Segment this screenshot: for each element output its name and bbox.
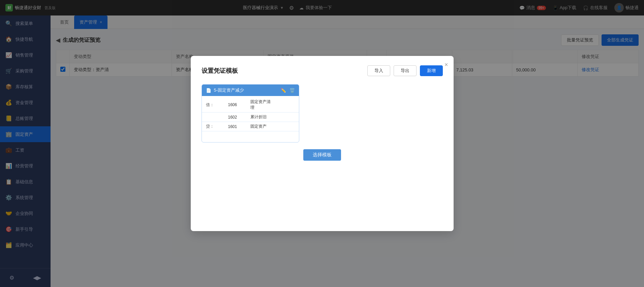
modal-header: 设置凭证模板 导入 导出 新增 xyxy=(202,65,443,76)
template-edit-icon[interactable]: ✏️ xyxy=(281,88,286,93)
modal-overlay: 设置凭证模板 导入 导出 新增 × 📄 5-固定资产减少 ✏️ 🗑️ xyxy=(0,0,644,287)
template-row: 贷： 1601 固定资产 xyxy=(202,122,299,131)
select-template-button[interactable]: 选择模板 xyxy=(303,149,341,161)
modal-header-actions: 导入 导出 新增 xyxy=(367,65,443,76)
template-row xyxy=(202,131,299,141)
template-card-body: 借： 1606 固定资产清理 1602 累计折旧 贷： 1601 固定资产 xyxy=(202,96,299,142)
template-header-left: 📄 5-固定资产减少 xyxy=(206,87,244,93)
modal-dialog: 设置凭证模板 导入 导出 新增 × 📄 5-固定资产减少 ✏️ 🗑️ xyxy=(191,56,454,231)
template-doc-icon: 📄 xyxy=(206,88,211,93)
entry-code-1: 1602 xyxy=(228,115,250,120)
entry-name-1: 累计折旧 xyxy=(250,114,273,120)
entry-name-2: 固定资产 xyxy=(250,124,273,129)
entry-side-2: 贷： xyxy=(206,124,228,129)
template-name: 5-固定资产减少 xyxy=(214,87,244,93)
entry-name-0: 固定资产清理 xyxy=(250,99,273,110)
template-row: 借： 1606 固定资产清理 xyxy=(202,97,299,113)
new-template-button[interactable]: 新增 xyxy=(420,65,443,76)
template-card: 📄 5-固定资产减少 ✏️ 🗑️ 借： 1606 固定资产清理 1602 xyxy=(202,84,299,142)
modal-close-button[interactable]: × xyxy=(444,61,448,68)
template-delete-icon[interactable]: 🗑️ xyxy=(289,88,295,93)
template-card-header: 📄 5-固定资产减少 ✏️ 🗑️ xyxy=(202,85,299,96)
import-button[interactable]: 导入 xyxy=(367,65,390,76)
entry-code-0: 1606 xyxy=(228,102,250,107)
entry-side-0: 借： xyxy=(206,102,228,108)
export-button[interactable]: 导出 xyxy=(394,65,417,76)
template-card-actions: ✏️ 🗑️ xyxy=(281,88,295,93)
entry-code-2: 1601 xyxy=(228,124,250,129)
modal-title: 设置凭证模板 xyxy=(202,67,238,75)
template-row: 1602 累计折旧 xyxy=(202,113,299,122)
